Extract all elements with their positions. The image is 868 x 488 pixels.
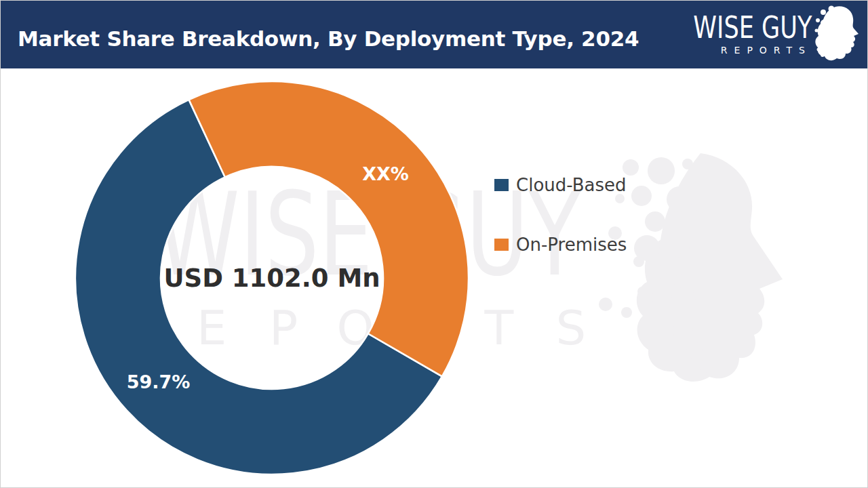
page-title: Market Share Breakdown, By Deployment Ty… [1, 26, 639, 51]
legend-swatch [494, 239, 509, 251]
legend-label: Cloud-Based [516, 174, 627, 196]
header-bar: Market Share Breakdown, By Deployment Ty… [1, 1, 867, 68]
legend-label: On-Premises [516, 234, 627, 256]
slice-label: XX% [362, 163, 409, 184]
wiseguy-face-icon [813, 5, 859, 63]
donut-slice-on-premises [189, 81, 469, 376]
brand-wordmark: WISE GUY REPORTS [660, 12, 812, 56]
chart-legend: Cloud-Based On-Premises [494, 174, 627, 256]
donut-center-label: USD 1102.0 Mn [163, 264, 380, 293]
brand-reports-text: REPORTS [714, 45, 812, 56]
brand-logo: WISE GUY REPORTS [660, 5, 859, 63]
donut-chart: 59.7%XX%USD 1102.0 Mn [68, 75, 475, 481]
legend-item: Cloud-Based [494, 174, 627, 196]
legend-swatch [494, 179, 509, 191]
page: Market Share Breakdown, By Deployment Ty… [0, 0, 868, 488]
brand-name-text: WISE GUY [693, 12, 812, 43]
slice-label: 59.7% [127, 371, 191, 392]
chart-area: WISE GUY REPORTS 59.7%XX%USD 1102.0 Mn [1, 68, 868, 488]
legend-item: On-Premises [494, 234, 627, 256]
